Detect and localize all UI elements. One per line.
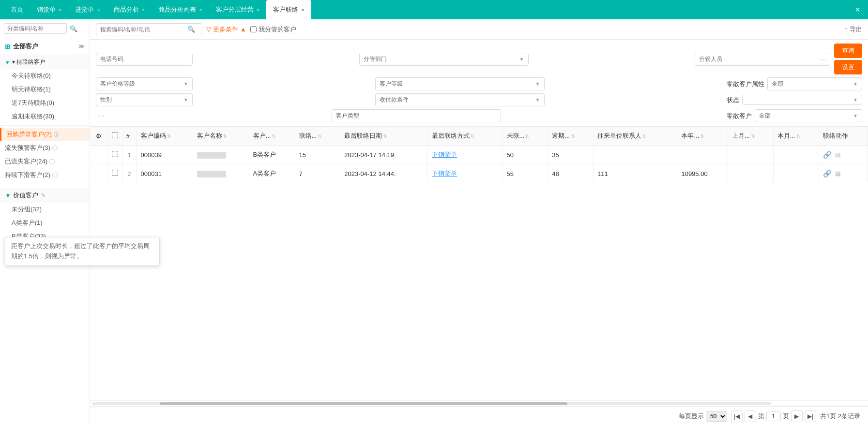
contact-num-column-header[interactable]: 联络...⇅ bbox=[295, 127, 340, 146]
query-button[interactable]: 查询 bbox=[834, 44, 862, 58]
tab-purchase-order[interactable]: 进货单 × bbox=[68, 0, 107, 19]
next-page-button[interactable]: ▶ bbox=[791, 411, 803, 422]
grid-action-icon-0[interactable]: ⊞ bbox=[835, 151, 841, 159]
sidebar-item-repurchase-abnormal[interactable]: 回购异常客户(2) ⓘ bbox=[0, 128, 90, 141]
sort-icon-9: ⇅ bbox=[642, 133, 646, 139]
main-search-input[interactable] bbox=[100, 26, 187, 33]
manager-filter[interactable]: 分管人员 ··· bbox=[695, 53, 830, 66]
collapse-icon[interactable]: ≫ bbox=[78, 43, 85, 50]
dots-button[interactable]: ··· bbox=[96, 112, 106, 120]
dept-filter[interactable]: 分管部门 ▼ bbox=[359, 53, 529, 66]
code-column-header[interactable]: 客户编码⇅ bbox=[137, 127, 193, 146]
my-customers-checkbox[interactable] bbox=[250, 26, 257, 32]
status-select[interactable]: ▼ bbox=[742, 95, 862, 105]
close-icon[interactable]: × bbox=[59, 7, 61, 13]
row-gear-1 bbox=[90, 164, 107, 183]
more-conditions-button[interactable]: ▽ 更多条件 ▲ bbox=[206, 25, 246, 34]
last-month-column-header[interactable]: 上月...⇅ bbox=[728, 127, 774, 146]
gender-filter[interactable]: 性别 ▼ bbox=[96, 93, 193, 106]
row-contact-num-1: 7 bbox=[295, 164, 340, 183]
prev-page-button[interactable]: ◀ bbox=[745, 411, 756, 422]
sidebar-item-overdue-contact[interactable]: 逾期未联络(30) bbox=[0, 110, 90, 123]
phone-filter[interactable]: 电话号码 bbox=[96, 53, 193, 66]
chevron-down-icon-3: ▼ bbox=[535, 81, 540, 87]
sort-icon: ⇅ bbox=[167, 133, 171, 139]
row-last-method-1[interactable]: 下销货单 bbox=[428, 164, 503, 183]
sidebar-item-7days-contact[interactable]: 近7天待联络(0) bbox=[0, 96, 90, 110]
name-column-header[interactable]: 客户名称⇅ bbox=[193, 127, 249, 146]
ctype-column-header[interactable]: 客户...⇅ bbox=[249, 127, 295, 146]
sidebar-search-input[interactable] bbox=[4, 23, 67, 34]
row-this-year-1: 10995.00 bbox=[677, 164, 728, 183]
last-method-column-header[interactable]: 最后联络方式⇅ bbox=[428, 127, 503, 146]
link-icon-0[interactable]: 🔗 bbox=[823, 151, 831, 159]
search-icon[interactable]: 🔍 bbox=[187, 26, 195, 33]
row-contact-num-0: 15 bbox=[295, 146, 340, 164]
retail-customer-select[interactable]: 全部 ▼ bbox=[755, 109, 862, 122]
tab-sales-order[interactable]: 销货单 × bbox=[30, 0, 68, 19]
sidebar-item-continuous-down[interactable]: 持续下滑客户(2) ⓘ bbox=[0, 168, 90, 182]
row-code-1: 000031 bbox=[137, 164, 193, 183]
ellipsis-icon[interactable]: ··· bbox=[821, 56, 826, 63]
edit-icon[interactable]: ✎ bbox=[41, 192, 46, 199]
customer-level-filter[interactable]: 客户等级 ▼ bbox=[375, 77, 545, 90]
row-this-month-1 bbox=[773, 164, 819, 183]
sidebar: 🔍 ⊞ 全部客户 ≫ ▼ ▾ 待联络客户 今天待联络(0) 明天待联络(1) 近… bbox=[0, 19, 90, 426]
this-year-column-header[interactable]: 本年...⇅ bbox=[677, 127, 728, 146]
tab-customer-tier[interactable]: 客户分层经营 × bbox=[209, 0, 266, 19]
close-icon[interactable]: × bbox=[97, 7, 100, 13]
scroll-thumb[interactable] bbox=[160, 402, 567, 405]
tab-product-analysis[interactable]: 商品分析 × bbox=[107, 0, 152, 19]
row-checkbox-1[interactable] bbox=[107, 164, 122, 183]
price-level-filter[interactable]: 客户价格等级 ▼ bbox=[96, 77, 193, 90]
settings-column-header[interactable]: ⚙ bbox=[90, 127, 107, 146]
grid-action-icon-1[interactable]: ⊞ bbox=[835, 170, 841, 177]
sidebar-item-ungrouped[interactable]: 未分组(32) bbox=[0, 203, 90, 216]
table-row: 1 000039 B类客户 15 2023-04-17 14:19: 下销货单 … bbox=[90, 146, 868, 164]
horizontal-scrollbar[interactable] bbox=[90, 400, 868, 406]
tab-customer-contact[interactable]: 客户联络 × bbox=[266, 0, 311, 19]
sidebar-item-a-class[interactable]: A类客户(1) bbox=[0, 216, 90, 230]
payment-filter[interactable]: 收付款条件 ▼ bbox=[375, 93, 545, 106]
close-icon[interactable]: × bbox=[301, 7, 304, 13]
tab-home[interactable]: 首页 bbox=[4, 0, 30, 19]
close-icon[interactable]: × bbox=[142, 7, 145, 13]
row-last-method-0[interactable]: 下销货单 bbox=[428, 146, 503, 164]
link-icon-1[interactable]: 🔗 bbox=[823, 170, 831, 177]
sidebar-search-icon[interactable]: 🔍 bbox=[70, 25, 77, 32]
select-all-checkbox[interactable] bbox=[112, 132, 118, 138]
sidebar-item-lost-warning[interactable]: 流失预警客户(3) ⓘ bbox=[0, 141, 90, 155]
not-contacted-column-header[interactable]: 未联...⇅ bbox=[503, 127, 548, 146]
sidebar-item-today-contact[interactable]: 今天待联络(0) bbox=[0, 69, 90, 83]
close-icon[interactable]: × bbox=[257, 7, 259, 13]
window-close-button[interactable]: × bbox=[851, 5, 864, 15]
sort-icon-11: ⇅ bbox=[751, 133, 755, 139]
sidebar-waiting-contact-group[interactable]: ▼ ▾ 待联络客户 bbox=[0, 55, 90, 69]
page-size-select[interactable]: 50 bbox=[706, 411, 727, 422]
first-page-button[interactable]: |◀ bbox=[731, 411, 743, 422]
last-page-button[interactable]: ▶| bbox=[805, 411, 816, 422]
sidebar-all-customers-header[interactable]: ⊞ 全部客户 ≫ bbox=[0, 38, 90, 55]
grid-icon: ⊞ bbox=[5, 43, 10, 50]
sidebar-item-already-lost[interactable]: 已流失客户(24) ⓘ bbox=[0, 155, 90, 168]
settings-button[interactable]: 设置 bbox=[834, 60, 862, 74]
checkbox-column-header[interactable] bbox=[107, 127, 122, 146]
content-area: 距客户上次交易时长，超过了此客户的平均交易周期的1.5倍，则视为异常。 🔍 ▽ … bbox=[90, 19, 868, 426]
contact-person-column-header[interactable]: 往来单位联系人⇅ bbox=[594, 127, 677, 146]
last-date-column-header[interactable]: 最后联络日期⇅ bbox=[340, 127, 428, 146]
this-month-column-header[interactable]: 本月...⇅ bbox=[773, 127, 819, 146]
export-button[interactable]: ↑ 导出 bbox=[845, 25, 863, 34]
retail-attr-select[interactable]: 全部 ▼ bbox=[767, 77, 862, 90]
close-icon[interactable]: × bbox=[199, 7, 202, 13]
page-number-input[interactable] bbox=[766, 411, 781, 421]
sidebar-value-customers-header[interactable]: ▼ 价值客户 ✎ bbox=[0, 188, 90, 203]
row-code-0: 000039 bbox=[137, 146, 193, 164]
arrow-down-icon: ▼ bbox=[5, 59, 10, 65]
my-customers-checkbox-area[interactable]: 我分管的客户 bbox=[250, 25, 296, 34]
sidebar-item-tomorrow-contact[interactable]: 明天待联络(1) bbox=[0, 83, 90, 96]
customer-type-filter[interactable]: 客户类型 bbox=[332, 109, 501, 122]
filter-row-4: ··· 客户类型 零散客户 全部 ▼ bbox=[96, 109, 862, 122]
overdue-column-header[interactable]: 逾期...⇅ bbox=[548, 127, 594, 146]
row-checkbox-0[interactable] bbox=[107, 146, 122, 164]
tab-product-analysis-list[interactable]: 商品分析列表 × bbox=[152, 0, 209, 19]
